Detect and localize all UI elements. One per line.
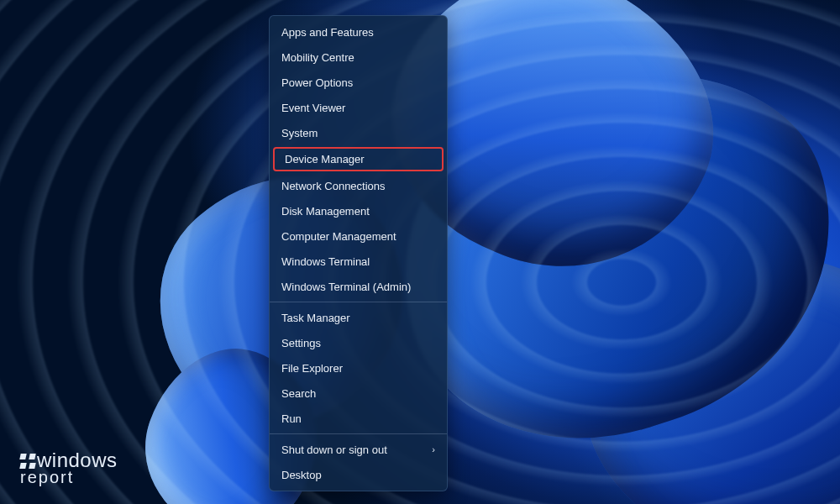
menu-item-disk-management[interactable]: Disk Management <box>270 198 447 223</box>
menu-item-label: Windows Terminal (Admin) <box>281 281 411 292</box>
menu-item-file-explorer[interactable]: File Explorer <box>270 355 447 381</box>
menu-item-label: Run <box>281 413 302 424</box>
menu-item-power-options[interactable]: Power Options <box>270 70 447 95</box>
watermark-text-2: report <box>20 469 118 486</box>
menu-item-label: Apps and Features <box>281 27 374 38</box>
menu-item-label: Computer Management <box>281 231 396 242</box>
menu-item-desktop[interactable]: Desktop <box>270 462 447 487</box>
menu-item-windows-terminal[interactable]: Windows Terminal <box>270 249 447 274</box>
wallpaper-petal <box>559 218 840 504</box>
menu-item-label: Mobility Centre <box>281 52 354 63</box>
menu-item-label: Search <box>281 388 316 399</box>
menu-item-event-viewer[interactable]: Event Viewer <box>270 95 447 120</box>
menu-item-windows-terminal-admin[interactable]: Windows Terminal (Admin) <box>270 274 447 299</box>
menu-item-mobility-centre[interactable]: Mobility Centre <box>270 45 447 70</box>
menu-item-label: System <box>281 128 318 139</box>
menu-item-label: Settings <box>281 338 321 349</box>
menu-separator <box>270 433 447 434</box>
winx-context-menu[interactable]: Apps and FeaturesMobility CentrePower Op… <box>269 15 448 491</box>
menu-item-label: Disk Management <box>281 206 370 217</box>
chevron-right-icon: › <box>432 445 435 454</box>
windows-logo-icon <box>20 454 35 469</box>
menu-item-label: Desktop <box>281 470 322 480</box>
menu-item-system[interactable]: System <box>270 120 447 145</box>
menu-item-apps-and-features[interactable]: Apps and Features <box>270 19 447 45</box>
menu-item-label: Windows Terminal <box>281 256 370 267</box>
menu-item-computer-management[interactable]: Computer Management <box>270 223 447 249</box>
menu-separator <box>270 302 447 302</box>
watermark: windows report <box>20 450 118 486</box>
menu-item-label: Network Connections <box>281 181 386 192</box>
menu-item-run[interactable]: Run <box>270 406 447 431</box>
menu-item-label: Power Options <box>281 77 353 88</box>
menu-item-task-manager[interactable]: Task Manager <box>270 305 447 330</box>
menu-item-label: File Explorer <box>281 363 343 374</box>
menu-item-label: Device Manager <box>285 154 365 165</box>
menu-item-label: Task Manager <box>281 312 350 323</box>
menu-item-shut-down-or-sign-out[interactable]: Shut down or sign out› <box>270 437 447 462</box>
menu-item-search[interactable]: Search <box>270 381 447 406</box>
menu-item-label: Shut down or sign out <box>281 444 387 455</box>
menu-item-device-manager[interactable]: Device Manager <box>273 147 444 171</box>
menu-item-settings[interactable]: Settings <box>270 330 447 355</box>
menu-item-label: Event Viewer <box>281 102 345 113</box>
menu-item-network-connections[interactable]: Network Connections <box>270 173 447 198</box>
